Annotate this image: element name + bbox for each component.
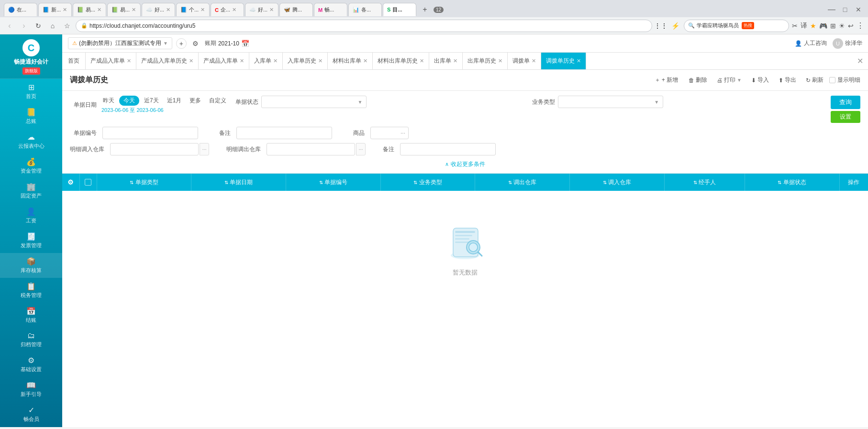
detail-in-more[interactable]: ··· <box>200 143 209 155</box>
undo-icon[interactable]: ↩ <box>848 22 854 30</box>
sidebar-item-guide[interactable]: 📖 新手引导 <box>0 377 62 402</box>
tab-material-out[interactable]: 材料出库单 ✕ <box>328 53 373 70</box>
tab-close-icon[interactable]: ✕ <box>273 58 278 64</box>
tab-home[interactable]: 首页 <box>62 53 86 70</box>
back-button[interactable]: ‹ <box>4 20 15 32</box>
gear-icon[interactable]: ⚙ <box>67 178 74 186</box>
tab-close-icon[interactable]: ✕ <box>269 7 274 13</box>
date-btn-yesterday[interactable]: 昨天 <box>100 96 118 106</box>
tab-close-icon[interactable]: ✕ <box>97 7 101 13</box>
controller-icon[interactable]: 🎮 <box>819 22 827 30</box>
grid-icon[interactable]: ⊞ <box>830 22 836 30</box>
brightness-icon[interactable]: ☀ <box>839 22 845 30</box>
detail-out-input[interactable] <box>267 143 355 155</box>
status-select[interactable]: ▼ <box>261 96 367 108</box>
tab-product-in[interactable]: 产成品入库单 ✕ <box>86 53 136 70</box>
sidebar-item-capital[interactable]: 💰 资金管理 <box>0 154 62 178</box>
browser-tab[interactable]: 🔵 在... <box>4 3 37 16</box>
browser-tab[interactable]: C 企... ✕ <box>211 3 244 16</box>
tab-close-icon[interactable]: ✕ <box>532 58 536 64</box>
sidebar-item-closing[interactable]: 📅 结账 <box>0 303 62 328</box>
biz-type-select[interactable]: ▼ <box>558 96 663 108</box>
more-button[interactable]: ⋮ <box>857 21 864 30</box>
delete-button[interactable]: 🗑 删除 <box>685 74 711 86</box>
tab-close-icon[interactable]: ✕ <box>132 7 136 13</box>
tab-close-icon[interactable]: ✕ <box>420 58 424 64</box>
tab-close-icon[interactable]: ✕ <box>240 58 244 64</box>
reload-button[interactable]: ↻ <box>33 20 44 32</box>
print-button[interactable]: 🖨 打印 ▼ <box>713 74 746 86</box>
sidebar-item-reports[interactable]: ☁ 云报表中心 <box>0 129 62 154</box>
tab-close-icon[interactable]: ✕ <box>363 58 367 64</box>
detail-in-input[interactable] <box>110 143 199 155</box>
tab-transfer-history[interactable]: 调拨单历史 ✕ <box>541 53 586 70</box>
col-date[interactable]: ⇅ 单据日期 <box>191 174 286 191</box>
bookmark-button[interactable]: ☆ <box>61 20 73 32</box>
scissors-icon[interactable]: ✂ <box>792 22 798 30</box>
collapse-button[interactable]: ∧ 收起更多条件 <box>70 158 860 170</box>
browser-tab[interactable]: 📊 各... <box>348 3 382 16</box>
home-button[interactable]: ⌂ <box>47 20 58 32</box>
window-close[interactable]: ✕ <box>853 4 864 15</box>
company-selector[interactable]: ⚠ (勿删勿禁用）江西服宝测试专用 ▼ <box>68 37 172 49</box>
sidebar-item-ledger[interactable]: 📒 总账 <box>0 104 62 129</box>
sidebar-item-invoice[interactable]: 🧾 发票管理 <box>0 228 62 253</box>
refresh-button[interactable]: ↻ 刷新 <box>802 74 827 86</box>
browser-tab-active[interactable]: S 目... <box>383 3 416 16</box>
tab-close-icon[interactable]: ✕ <box>127 58 131 64</box>
tab-product-in2[interactable]: 产成品入库单 ✕ <box>199 53 249 70</box>
tab-out-history[interactable]: 出库单历史 ✕ <box>463 53 508 70</box>
tab-close-icon[interactable]: ✕ <box>232 7 236 13</box>
extensions-button[interactable]: ⚡ <box>669 20 681 32</box>
close-all-tabs[interactable]: ✕ <box>852 56 868 66</box>
new-doc-button[interactable]: ＋ + 新增 <box>650 74 683 86</box>
date-btn-1month[interactable]: 近1月 <box>164 96 185 106</box>
user-info[interactable]: U 徐泽华 <box>833 38 862 49</box>
tab-close-icon[interactable]: ✕ <box>577 58 581 64</box>
tab-close-icon[interactable]: ✕ <box>453 58 457 64</box>
sidebar-item-tax[interactable]: 📋 税务管理 <box>0 278 62 303</box>
forward-button[interactable]: › <box>18 20 30 32</box>
display-toggle[interactable]: 显示明细 <box>829 76 860 84</box>
tab-material-out-history[interactable]: 材料出库单历史 ✕ <box>373 53 429 70</box>
select-all-checkbox[interactable] <box>85 179 91 186</box>
col-checkbox[interactable] <box>79 174 97 191</box>
date-btn-more[interactable]: 更多 <box>186 96 204 106</box>
tab-stock-in-history[interactable]: 入库单历史 ✕ <box>283 53 328 70</box>
col-handler[interactable]: ⇅ 经手人 <box>664 174 745 191</box>
browser-tab[interactable]: ☁️ 好... ✕ <box>245 3 278 16</box>
col-gear[interactable]: ⚙ <box>62 174 79 191</box>
tab-close-icon[interactable]: ✕ <box>189 58 193 64</box>
col-status[interactable]: ⇅ 单据状态 <box>745 174 839 191</box>
sidebar-item-archive[interactable]: 🗂 归档管理 <box>0 328 62 352</box>
tab-transfer[interactable]: 调拨单 ✕ <box>508 53 541 70</box>
add-button[interactable]: + <box>176 38 187 49</box>
window-minimize[interactable]: — <box>826 4 837 15</box>
col-type[interactable]: ⇅ 单据类型 <box>97 174 191 191</box>
tab-close-icon[interactable]: ✕ <box>318 58 323 64</box>
tab-close-icon[interactable]: ✕ <box>63 7 67 13</box>
tab-product-in-history[interactable]: 产成品入库单历史 ✕ <box>136 53 199 70</box>
sidebar-item-payroll[interactable]: 👤 工资 <box>0 203 62 228</box>
query-button[interactable]: 查询 <box>831 96 860 109</box>
export-button[interactable]: ⬆ 导出 <box>775 74 800 86</box>
doc-number-input[interactable] <box>102 127 198 139</box>
browser-tab[interactable]: 📗 易... ✕ <box>107 3 141 16</box>
tab-close-icon[interactable]: ✕ <box>200 7 205 13</box>
sidebar-logo[interactable]: C 畅捷通好会计 旗舰版 <box>0 34 62 79</box>
sidebar-item-member[interactable]: ✓ 畅会员 <box>0 402 62 427</box>
import-button[interactable]: ⬇ 导入 <box>747 74 773 86</box>
col-biz-type[interactable]: ⇅ 业务类型 <box>380 174 475 191</box>
goods-input[interactable]: ··· <box>370 127 409 139</box>
calendar-icon[interactable]: 📅 <box>241 40 249 47</box>
tab-close-icon[interactable]: ✕ <box>498 58 502 64</box>
detail-remark-input[interactable] <box>400 143 496 155</box>
browser-tab[interactable]: 📗 易... ✕ <box>73 3 106 16</box>
new-tab-button[interactable]: + <box>418 3 432 16</box>
sidebar-item-settings[interactable]: ⚙ 基础设置 <box>0 352 62 377</box>
tab-close-icon[interactable]: ✕ <box>166 7 170 13</box>
browser-tab[interactable]: 📘 个... ✕ <box>176 3 210 16</box>
display-checkbox[interactable] <box>829 77 835 83</box>
browser-tab[interactable]: 📘 新... ✕ <box>38 3 72 16</box>
window-maximize[interactable]: □ <box>839 4 851 15</box>
